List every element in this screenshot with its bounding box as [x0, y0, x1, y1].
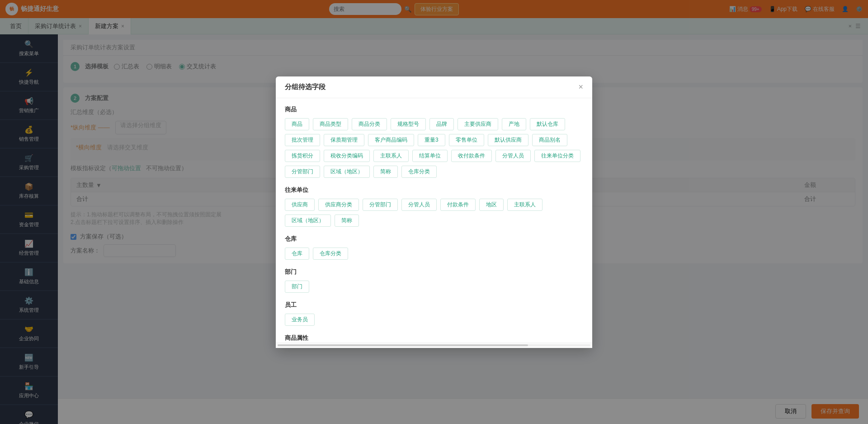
section-department-title: 部门: [285, 268, 583, 276]
field-tag-short-name2[interactable]: 简称: [335, 214, 359, 227]
field-tag-product-category[interactable]: 商品分类: [352, 118, 387, 130]
section-warehouse-fields: 仓库 仓库分类: [285, 248, 583, 260]
main-layout: 🔍 搜索菜单 ⚡ 快捷导航 📢 营销推广 💰 销售管理 🛒 采购管理 📦 库存核…: [0, 34, 868, 424]
field-tag-supervisor[interactable]: 分管人员: [495, 150, 531, 162]
section-department: 部门 部门: [285, 268, 583, 293]
section-counterpart-title: 往来单位: [285, 186, 583, 194]
field-tag-product-alias[interactable]: 商品别名: [532, 134, 567, 146]
modal-body[interactable]: 商品 商品 商品类型 商品分类 规格型号 品牌 主要供应商 产地 默认仓库 批次…: [276, 98, 592, 343]
field-tag-retail-unit[interactable]: 零售单位: [449, 134, 484, 146]
field-tag-pick-points[interactable]: 拣货积分: [285, 150, 320, 162]
field-tag-weight3[interactable]: 重量3: [418, 134, 445, 146]
field-tag-dept2[interactable]: 分管部门: [363, 199, 398, 211]
field-tag-main-supplier[interactable]: 主要供应商: [458, 118, 498, 130]
field-tag-customer-code[interactable]: 客户商品编码: [368, 134, 414, 146]
modal-close-button[interactable]: ×: [578, 83, 583, 91]
section-department-fields: 部门: [285, 281, 583, 293]
field-tag-payment-cond[interactable]: 付款条件: [440, 199, 476, 211]
section-product: 商品 商品 商品类型 商品分类 规格型号 品牌 主要供应商 产地 默认仓库 批次…: [285, 105, 583, 178]
field-tag-default-supplier[interactable]: 默认供应商: [488, 134, 528, 146]
field-tag-expiry-mgmt[interactable]: 保质期管理: [324, 134, 364, 146]
section-employee: 员工 业务员: [285, 301, 583, 326]
field-tag-warehouse-cat[interactable]: 仓库分类: [401, 166, 437, 178]
field-tag-batch-mgmt[interactable]: 批次管理: [285, 134, 320, 146]
field-tag-supplier-cat[interactable]: 供应商分类: [318, 199, 359, 211]
section-employee-title: 员工: [285, 301, 583, 309]
field-tag-tax-code[interactable]: 税收分类编码: [324, 150, 370, 162]
field-tag-origin[interactable]: 产地: [502, 118, 526, 130]
section-product-attr: 商品属性 属性 颜色 多规格 尺码 鞋码 1: [285, 334, 583, 343]
field-tag-product[interactable]: 商品: [285, 118, 309, 130]
field-tag-main-contact2[interactable]: 主联系人: [507, 199, 542, 211]
modal-header: 分组待选字段 ×: [276, 76, 592, 98]
field-tag-region[interactable]: 区域（地区）: [324, 166, 370, 178]
section-product-title: 商品: [285, 105, 583, 114]
field-tag-dept[interactable]: 分管部门: [285, 166, 320, 178]
modal-title: 分组待选字段: [285, 83, 326, 91]
section-product-attr-title: 商品属性: [285, 334, 583, 342]
modal-horizontal-scrollbar[interactable]: [276, 343, 592, 348]
field-tag-counterpart-cat[interactable]: 往来单位分类: [534, 150, 580, 162]
section-warehouse-title: 仓库: [285, 235, 583, 243]
field-tag-payment-terms[interactable]: 收付款条件: [451, 150, 492, 162]
field-tag-brand[interactable]: 品牌: [429, 118, 454, 130]
field-tag-supervisor2[interactable]: 分管人员: [401, 199, 437, 211]
field-tag-settlement-unit[interactable]: 结算单位: [412, 150, 448, 162]
field-select-modal: 分组待选字段 × 商品 商品 商品类型 商品分类 规格型号 品牌: [276, 76, 592, 348]
content-area: 采购订单统计表方案设置 1 选择模板 汇总表 明细表 交叉统计表 2 方案配置: [58, 34, 868, 424]
modal-backdrop: 分组待选字段 × 商品 商品 商品类型 商品分类 规格型号 品牌: [58, 34, 868, 424]
field-tag-short-name[interactable]: 简称: [373, 166, 398, 178]
field-tag-region2[interactable]: 区域（地区）: [285, 214, 331, 227]
field-tag-product-type[interactable]: 商品类型: [313, 118, 348, 130]
field-tag-main-contact[interactable]: 主联系人: [373, 150, 409, 162]
section-counterpart: 往来单位 供应商 供应商分类 分管部门 分管人员 付款条件 地区 主联系人 区域…: [285, 186, 583, 227]
field-tag-area[interactable]: 地区: [479, 199, 504, 211]
section-product-fields: 商品 商品类型 商品分类 规格型号 品牌 主要供应商 产地 默认仓库 批次管理 …: [285, 118, 583, 178]
field-tag-department[interactable]: 部门: [285, 281, 309, 293]
field-tag-warehouse-category[interactable]: 仓库分类: [313, 248, 348, 260]
section-counterpart-fields: 供应商 供应商分类 分管部门 分管人员 付款条件 地区 主联系人 区域（地区） …: [285, 199, 583, 227]
section-employee-fields: 业务员: [285, 314, 583, 326]
field-tag-warehouse[interactable]: 仓库: [285, 248, 309, 260]
field-tag-spec-model[interactable]: 规格型号: [391, 118, 426, 130]
field-tag-salesperson[interactable]: 业务员: [285, 314, 315, 326]
field-tag-supplier[interactable]: 供应商: [285, 199, 315, 211]
section-warehouse: 仓库 仓库 仓库分类: [285, 235, 583, 260]
field-tag-default-warehouse[interactable]: 默认仓库: [530, 118, 565, 130]
